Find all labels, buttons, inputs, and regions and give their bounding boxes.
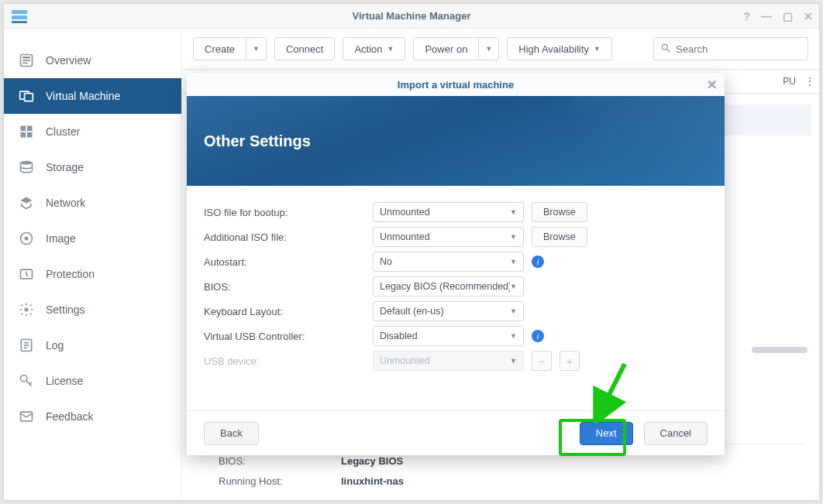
dialog-footer: Back Next Cancel (187, 410, 725, 455)
sidebar-item-cluster[interactable]: Cluster (4, 114, 181, 149)
sidebar-item-virtual-machine[interactable]: Virtual Machine (4, 78, 181, 114)
import-vm-dialog: Import a virtual machine ✕ Other Setting… (187, 73, 725, 455)
toolbar: Create ▼ Connect Action▼ Power on ▼ High… (182, 29, 819, 69)
close-window-icon[interactable]: ✕ (804, 10, 813, 22)
sidebar-item-storage[interactable]: Storage (4, 149, 181, 185)
bios-select[interactable]: Legacy BIOS (Recommended)▼ (373, 276, 524, 297)
table-columns-menu[interactable]: ⋮ (801, 76, 819, 87)
sidebar-item-label: Virtual Machine (46, 90, 120, 102)
sidebar-item-protection[interactable]: Protection (4, 256, 181, 292)
chevron-down-icon: ▼ (387, 45, 394, 53)
sidebar-item-feedback[interactable]: Feedback (4, 399, 181, 434)
mail-icon (18, 408, 35, 425)
sidebar-item-label: Overview (46, 54, 91, 67)
usb-add-button[interactable]: + (560, 351, 580, 371)
svg-rect-11 (21, 132, 26, 138)
log-icon (18, 337, 35, 354)
svg-rect-4 (22, 57, 30, 59)
sidebar-item-label: Settings (46, 303, 85, 316)
svg-rect-1 (12, 15, 27, 19)
search-input[interactable] (676, 43, 806, 55)
keyboard-label: Keyboard Layout: (204, 306, 373, 317)
chevron-down-icon: ▼ (594, 45, 601, 53)
svg-rect-9 (21, 126, 26, 132)
close-icon[interactable]: ✕ (707, 77, 717, 92)
detail-host-label: Running Host: (209, 475, 341, 487)
svg-line-25 (667, 49, 670, 52)
usb-device-label: USB device: (204, 355, 373, 367)
usb-device-select: Unmounted▼ (373, 351, 524, 371)
chevron-down-icon: ▼ (510, 233, 517, 241)
sidebar-item-label: License (46, 375, 83, 387)
sidebar-item-license[interactable]: License (4, 363, 181, 399)
cancel-button[interactable]: Cancel (644, 422, 708, 445)
sidebar-item-settings[interactable]: Settings (4, 292, 181, 327)
action-button[interactable]: Action▼ (343, 37, 405, 60)
back-button[interactable]: Back (204, 422, 259, 445)
autostart-select[interactable]: No▼ (373, 252, 524, 272)
chevron-down-icon: ▼ (510, 357, 517, 365)
window-title: Virtual Machine Manager (353, 10, 471, 22)
create-button[interactable]: Create (193, 37, 246, 60)
sidebar: Overview Virtual Machine Cluster Storage… (4, 29, 182, 500)
bios-label: BIOS: (204, 281, 373, 293)
chevron-down-icon: ▼ (510, 283, 517, 290)
sidebar-item-log[interactable]: Log (4, 327, 181, 363)
iso-boot-label: ISO file for bootup: (204, 207, 373, 218)
chevron-down-icon: ▼ (510, 332, 517, 340)
sidebar-item-label: Image (46, 232, 76, 245)
minimize-icon[interactable]: — (761, 10, 772, 22)
dialog-hero-title: Other Settings (204, 132, 311, 150)
iso-boot-browse-button[interactable]: Browse (532, 202, 587, 222)
info-icon[interactable]: i (532, 255, 544, 268)
iso-additional-browse-button[interactable]: Browse (532, 227, 587, 247)
connect-button[interactable]: Connect (274, 37, 335, 60)
create-dropdown[interactable]: ▼ (246, 37, 267, 60)
search-box[interactable] (653, 37, 808, 60)
power-on-button[interactable]: Power on (413, 37, 479, 60)
keyboard-select[interactable]: Default (en-us)▼ (373, 301, 524, 321)
dialog-title: Import a virtual machine (398, 79, 514, 91)
help-icon[interactable]: ? (743, 10, 750, 22)
usb-remove-button[interactable]: − (532, 351, 552, 371)
svg-point-13 (21, 161, 33, 165)
key-icon (18, 372, 35, 389)
iso-boot-select[interactable]: Unmounted▼ (373, 202, 524, 222)
next-button[interactable]: Next (580, 422, 633, 445)
info-icon[interactable]: i (532, 330, 544, 342)
col-cpu: PU (754, 76, 801, 87)
sidebar-item-image[interactable]: Image (4, 221, 181, 256)
dialog-titlebar: Import a virtual machine ✕ (187, 73, 725, 96)
svg-rect-12 (27, 132, 33, 138)
sidebar-item-network[interactable]: Network (4, 185, 181, 221)
chevron-down-icon: ▼ (510, 208, 517, 216)
svg-rect-0 (12, 10, 27, 14)
scrollbar[interactable] (752, 347, 808, 353)
iso-additional-select[interactable]: Unmounted▼ (373, 227, 524, 247)
svg-point-17 (25, 308, 29, 312)
network-icon (18, 194, 35, 211)
usb-controller-label: Virtual USB Controller: (204, 331, 373, 342)
chevron-down-icon: ▼ (253, 45, 260, 53)
power-on-dropdown[interactable]: ▼ (479, 37, 499, 60)
svg-rect-8 (25, 94, 33, 101)
maximize-icon[interactable]: ▢ (783, 10, 793, 22)
svg-rect-5 (22, 60, 30, 61)
detail-host-value: linuxhint-nas (341, 475, 404, 487)
sidebar-item-label: Storage (46, 161, 84, 173)
dialog-body: ISO file for bootup: Unmounted▼ Browse A… (187, 186, 725, 410)
svg-point-24 (662, 44, 667, 50)
sidebar-item-label: Feedback (46, 410, 93, 423)
svg-rect-6 (22, 63, 28, 64)
high-availability-button[interactable]: High Availability▼ (507, 37, 612, 60)
svg-point-15 (25, 237, 29, 241)
search-icon (660, 43, 671, 56)
svg-rect-2 (12, 21, 27, 23)
svg-point-22 (21, 375, 27, 382)
sidebar-item-overview[interactable]: Overview (4, 43, 181, 78)
usb-controller-select[interactable]: Disabled▼ (373, 326, 524, 346)
sidebar-item-label: Log (46, 339, 64, 351)
vm-icon (18, 87, 35, 105)
svg-rect-10 (27, 126, 33, 132)
sidebar-item-label: Protection (46, 268, 95, 280)
